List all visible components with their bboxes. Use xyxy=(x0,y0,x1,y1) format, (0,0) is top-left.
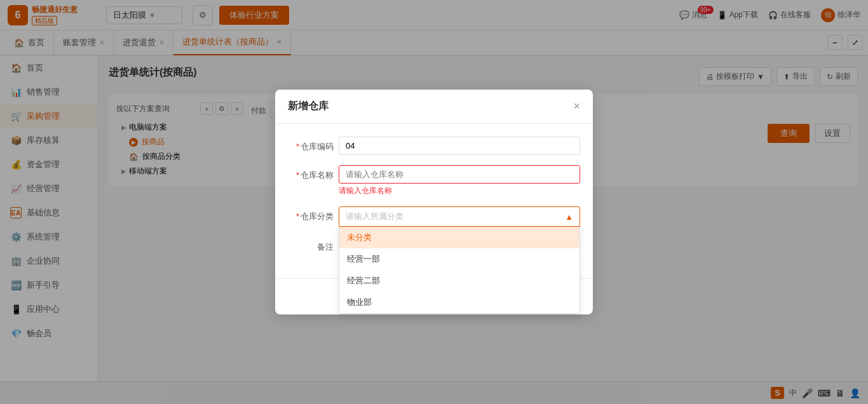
modal-title: 新增仓库 xyxy=(288,100,329,113)
warehouse-code-control xyxy=(339,137,580,155)
modal-body: 仓库编码 仓库名称 请输入仓库名称 仓库分类 请输入所 xyxy=(275,124,593,278)
modal-overlay: 新增仓库 × 仓库编码 仓库名称 请输入仓库名称 仓库分类 xyxy=(0,0,868,404)
category-arrow-icon: ▲ xyxy=(565,212,573,222)
warehouse-category-label: 仓库分类 xyxy=(288,206,339,222)
category-option-none[interactable]: 未分类 xyxy=(339,227,580,248)
warehouse-modal: 新增仓库 × 仓库编码 仓库名称 请输入仓库名称 仓库分类 xyxy=(275,90,593,314)
warehouse-name-control: 请输入仓库名称 xyxy=(339,165,580,196)
category-option-property[interactable]: 物业部 xyxy=(339,292,580,313)
modal-header: 新增仓库 × xyxy=(275,90,593,124)
category-dropdown-list: 未分类 经营一部 经营二部 物业部 xyxy=(339,227,580,314)
warehouse-name-label: 仓库名称 xyxy=(288,165,339,181)
category-option-op1[interactable]: 经营一部 xyxy=(339,248,580,270)
form-row-category: 仓库分类 请输入所属分类 ▲ 未分类 经营一部 经营二部 物业部 xyxy=(288,206,580,227)
form-row-code: 仓库编码 xyxy=(288,137,580,155)
form-row-name: 仓库名称 请输入仓库名称 xyxy=(288,165,580,196)
remark-label: 备注 xyxy=(288,237,339,253)
category-input[interactable]: 请输入所属分类 ▲ xyxy=(339,206,580,227)
warehouse-code-label: 仓库编码 xyxy=(288,137,339,152)
warehouse-code-input[interactable] xyxy=(339,137,580,155)
warehouse-name-error: 请输入仓库名称 xyxy=(339,185,580,196)
warehouse-name-input[interactable] xyxy=(339,165,580,184)
category-option-op2[interactable]: 经营二部 xyxy=(339,270,580,292)
warehouse-category-control: 请输入所属分类 ▲ 未分类 经营一部 经营二部 物业部 xyxy=(339,206,580,227)
modal-close-button[interactable]: × xyxy=(573,100,580,113)
category-dropdown[interactable]: 请输入所属分类 ▲ 未分类 经营一部 经营二部 物业部 xyxy=(339,206,580,227)
